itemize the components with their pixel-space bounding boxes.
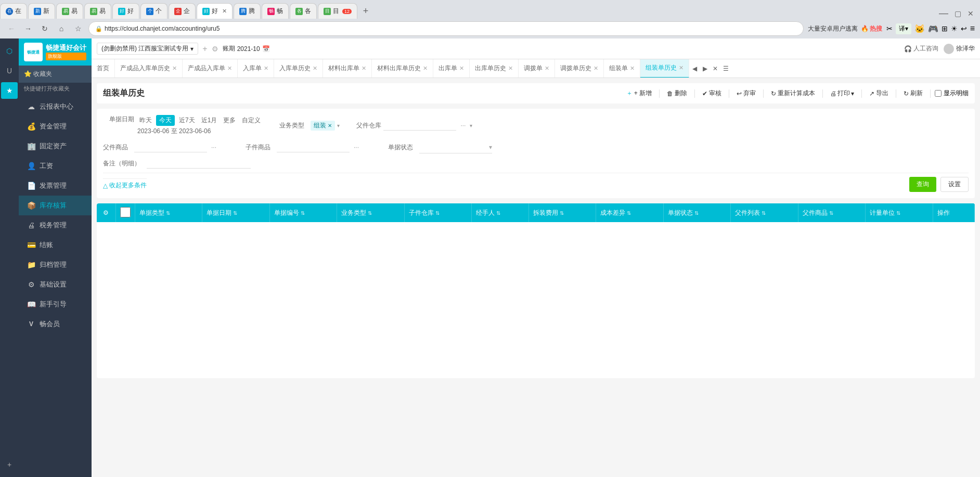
- nav-item-invoice[interactable]: 📄 发票管理: [19, 176, 92, 196]
- tab-transfer[interactable]: 调拨单✕: [519, 59, 555, 78]
- setting-button[interactable]: 设置: [940, 177, 969, 192]
- left-icon-1[interactable]: ⬡: [1, 43, 18, 59]
- tab-assembly[interactable]: 组装单✕: [604, 59, 640, 78]
- tab-material-outbound[interactable]: 材料出库单✕: [323, 59, 372, 78]
- scissors-icon[interactable]: ✂: [886, 24, 893, 33]
- tab-close-material-outbound-history[interactable]: ✕: [423, 65, 428, 72]
- yesterday-btn[interactable]: 昨天: [137, 115, 154, 126]
- translate-icon[interactable]: 译▾: [896, 23, 911, 34]
- tab-close-product-inbound[interactable]: ✕: [227, 65, 232, 72]
- th-settings[interactable]: ⚙: [97, 203, 115, 222]
- th-handler[interactable]: 经手人⇅: [472, 203, 528, 222]
- biz-type-dropdown[interactable]: ▾: [337, 123, 340, 128]
- nav-item-guide[interactable]: 📖 新手引导: [19, 294, 92, 314]
- recalc-button[interactable]: ↻ 重新计算成本: [768, 87, 818, 99]
- tab-close-assembly-history[interactable]: ✕: [679, 65, 684, 71]
- user-info[interactable]: 徐泽华: [944, 44, 975, 54]
- grid-icon[interactable]: ⊞: [942, 24, 948, 33]
- tab-close-outbound-history[interactable]: ✕: [508, 65, 513, 72]
- status-select[interactable]: ▾: [419, 141, 492, 153]
- browser-tab-11[interactable]: 各 各: [290, 3, 317, 19]
- new-tab-button[interactable]: +: [358, 3, 373, 19]
- tab-close-material-outbound[interactable]: ✕: [362, 65, 366, 72]
- left-icon-3[interactable]: ★: [1, 82, 18, 99]
- th-disassembly-fee[interactable]: 拆装费用⇅: [528, 203, 596, 222]
- custom-date-btn[interactable]: 自定义: [240, 115, 263, 126]
- th-bill-no[interactable]: 单据编号⇅: [269, 203, 337, 222]
- sidebar-bookmark[interactable]: ⭐ 收藏夹: [19, 66, 92, 83]
- child-goods-more[interactable]: ···: [352, 144, 361, 151]
- parent-goods-input[interactable]: [134, 143, 207, 152]
- minimize-btn[interactable]: —: [937, 8, 950, 19]
- tab-home[interactable]: 首页: [92, 59, 115, 78]
- parent-warehouse-dropdown[interactable]: ▾: [470, 123, 472, 128]
- close-btn[interactable]: ✕: [965, 9, 976, 18]
- browser-tab-12[interactable]: 目 目 12: [318, 3, 357, 19]
- calendar-icon[interactable]: 📅: [262, 45, 270, 53]
- tab-inbound[interactable]: 入库单✕: [238, 59, 274, 78]
- show-detail-checkbox[interactable]: 显示明细: [935, 89, 969, 98]
- bookmark-button[interactable]: ☆: [72, 22, 84, 35]
- tab-close-inbound[interactable]: ✕: [264, 65, 268, 72]
- nav-item-inventory[interactable]: 📦 库存核算: [19, 196, 92, 215]
- last-month-btn[interactable]: 近1月: [199, 115, 220, 126]
- th-biz-type[interactable]: 业务类型⇅: [337, 203, 405, 222]
- nav-item-salary[interactable]: 👤 工资: [19, 156, 92, 176]
- company-settings-icon[interactable]: ⚙: [212, 45, 218, 53]
- home-button[interactable]: ⌂: [55, 22, 68, 35]
- tab-close-all[interactable]: ✕: [710, 59, 720, 78]
- browser-tab-8[interactable]: 好 好 ✕: [197, 3, 233, 19]
- query-button[interactable]: 查询: [909, 177, 936, 192]
- forward-button[interactable]: →: [22, 22, 34, 35]
- tab-transfer-history[interactable]: 调拨单历史✕: [555, 59, 604, 78]
- tab-close-transfer-history[interactable]: ✕: [594, 65, 598, 72]
- tab-outbound[interactable]: 出库单✕: [433, 59, 470, 78]
- browser-tab-10[interactable]: 畅 畅: [262, 3, 289, 19]
- maximize-btn[interactable]: ▢: [952, 9, 963, 18]
- audit-button[interactable]: ✔ 审核: [699, 87, 725, 99]
- more-date-btn[interactable]: 更多: [221, 115, 238, 126]
- collapse-button[interactable]: △ 收起更多条件: [103, 178, 147, 192]
- add-button[interactable]: ＋ + 新增: [623, 87, 655, 99]
- support-button[interactable]: 🎧 人工咨询: [904, 44, 938, 53]
- tab-material-outbound-history[interactable]: 材料出库单历史✕: [372, 59, 433, 78]
- tab-close-transfer[interactable]: ✕: [545, 65, 549, 72]
- browser-tab-9[interactable]: 腾 腾: [234, 3, 261, 19]
- refresh-button[interactable]: ↻ 刷新: [900, 87, 926, 99]
- nav-item-settle[interactable]: 💳 结账: [19, 235, 92, 255]
- delete-button[interactable]: 🗑 删除: [664, 87, 690, 99]
- url-bar[interactable]: 🔒 https://cloud.chanjet.com/accounting/u…: [88, 21, 804, 36]
- back-button[interactable]: ←: [5, 22, 18, 35]
- tab-scroll-left[interactable]: ◀: [689, 59, 700, 78]
- browser-tab-4[interactable]: 易 易: [84, 3, 111, 19]
- nav-item-tax[interactable]: 🖨 税务管理: [19, 215, 92, 235]
- browser-tab-2[interactable]: 新 新: [28, 3, 55, 19]
- tab-close-8[interactable]: ✕: [222, 8, 227, 15]
- refresh-button[interactable]: ↻: [38, 22, 51, 35]
- th-checkbox[interactable]: [115, 203, 135, 222]
- table-settings-icon[interactable]: ⚙: [103, 209, 109, 216]
- nav-item-settings[interactable]: ⚙ 基础设置: [19, 275, 92, 294]
- browser-tab-7[interactable]: 企 企: [169, 3, 196, 19]
- tab-product-inbound-history[interactable]: 产成品入库单历史✕: [115, 59, 183, 78]
- today-btn[interactable]: 今天: [156, 115, 175, 126]
- add-company-btn[interactable]: +: [202, 44, 207, 54]
- th-parent-goods[interactable]: 父件商品⇅: [798, 203, 866, 222]
- nav-item-fund[interactable]: 💰 资金管理: [19, 117, 92, 136]
- game-icon[interactable]: 🎮: [928, 24, 938, 34]
- sun-icon[interactable]: ☀: [951, 24, 958, 33]
- nav-item-cloud-report[interactable]: ☁ 云报表中心: [19, 97, 92, 117]
- th-bill-date[interactable]: 单据日期⇅: [202, 203, 270, 222]
- menu-icon[interactable]: ≡: [970, 24, 975, 33]
- th-bill-status[interactable]: 单据状态⇅: [663, 203, 731, 222]
- tab-close-assembly[interactable]: ✕: [630, 65, 635, 72]
- parent-warehouse-more[interactable]: ···: [458, 122, 468, 129]
- th-bill-type[interactable]: 单据类型⇅: [135, 203, 202, 222]
- show-detail-input[interactable]: [935, 90, 942, 97]
- left-icon-2[interactable]: U: [1, 62, 18, 79]
- print-button[interactable]: 🖨 打印 ▾: [827, 87, 857, 99]
- nav-item-vip[interactable]: V 畅会员: [19, 314, 92, 334]
- th-cost-diff[interactable]: 成本差异⇅: [596, 203, 664, 222]
- note-input[interactable]: [147, 159, 251, 169]
- tab-close-product-inbound-history[interactable]: ✕: [172, 65, 177, 72]
